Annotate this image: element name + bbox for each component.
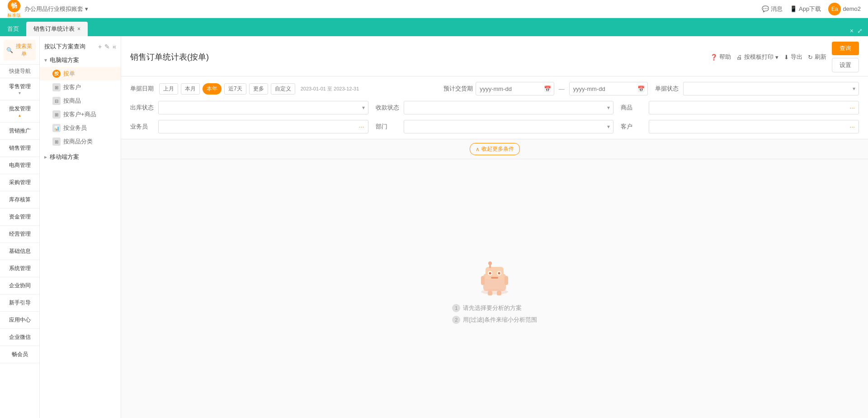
data-area: 1 请先选择要分析的方案 2 用[过滤]条件来缩小分析范围 [121, 159, 868, 418]
sidebar-item-ecommerce[interactable]: 电商管理 [0, 157, 39, 174]
sidebar-item-inventory[interactable]: 库存核算 [0, 191, 39, 209]
window-close-icon[interactable]: × [850, 27, 854, 34]
sidebar-item-label-operations: 经营管理 [9, 230, 31, 238]
plan-item-by-goods[interactable]: ⊟ 按商品 [40, 94, 121, 108]
avatar-text: Ea [831, 6, 838, 12]
collapse-panel-button[interactable]: « [113, 43, 116, 50]
workspace-selector[interactable]: 办公用品行业模拟账套 ▾ [24, 5, 88, 13]
sidebar-item-sales[interactable]: 销售管理 [0, 140, 39, 157]
sidebar-item-finance[interactable]: 资金管理 [0, 209, 39, 226]
sidebar-item-retail[interactable]: 零售管理 ▾ [0, 78, 39, 100]
tab-home[interactable]: 首页 [0, 22, 26, 36]
goods-more-button[interactable]: ··· [849, 104, 855, 111]
sidebar-item-label-system: 系统管理 [9, 265, 31, 272]
empty-state-icon [472, 253, 517, 299]
user-name: demo2 [843, 5, 861, 12]
expected-date-to-input[interactable]: 📅 [569, 82, 648, 95]
collapse-conditions-button[interactable]: ∧ 收起更多条件 [470, 143, 520, 155]
tab-home-label: 首页 [7, 25, 19, 33]
ship-status-select[interactable] [158, 101, 368, 114]
date-btn-this-year[interactable]: 本年 [203, 83, 222, 95]
left-panel-title: 按以下方案查询 [44, 43, 85, 51]
refresh-button[interactable]: ↻ 刷新 [808, 53, 826, 61]
department-select-wrapper [404, 120, 614, 133]
date-btn-7days[interactable]: 近7天 [224, 83, 246, 95]
filter-row-2: 出库状态 收款状态 [130, 101, 859, 114]
window-max-icon[interactable]: ⤢ [857, 27, 863, 34]
export-button[interactable]: ⬇ 导出 [784, 53, 802, 61]
calendar-from-icon: 📅 [541, 86, 554, 92]
filter-row-1: 单据日期 上月 本月 本年 近7天 更多 自定义 2023-01-01 至 20… [130, 82, 859, 95]
plan-item-by-customer-goods[interactable]: ⊞ 按客户+商品 [40, 108, 121, 121]
plan-item-by-customer[interactable]: ⊞ 按客户 [40, 81, 121, 94]
add-plan-button[interactable]: + [98, 43, 102, 50]
customer-more-button[interactable]: ··· [849, 123, 855, 130]
sidebar-item-cooperation[interactable]: 企业协同 [0, 277, 39, 294]
query-button[interactable]: 查询 [832, 42, 859, 55]
logo-area: 畅 标准版 [7, 0, 21, 19]
date-btn-custom[interactable]: 自定义 [271, 83, 295, 95]
expected-date-from-field[interactable] [476, 86, 541, 92]
user-profile[interactable]: Ea demo2 [828, 3, 861, 15]
mobile-plan-group-header[interactable]: ▸ 移动端方案 [40, 150, 121, 164]
shortcut-label: 快捷导航 [9, 67, 31, 75]
order-status-select[interactable] [683, 82, 859, 95]
sidebar-item-basic[interactable]: 基础信息 [0, 243, 39, 260]
tab-sales-order[interactable]: 销售订单统计表 × [26, 22, 88, 36]
plan-item-by-category[interactable]: ⊞ 按商品分类 [40, 135, 121, 148]
page-actions: ❓ 帮助 🖨 按模板打印 ▾ ⬇ 导出 ↻ 刷新 [710, 42, 859, 72]
export-icon: ⬇ [784, 54, 789, 61]
sidebar-item-operations[interactable]: 经营管理 [0, 226, 39, 243]
expected-date-from-input[interactable]: 📅 [476, 82, 554, 95]
empty-hint-2: 2 用[过滤]条件来缩小分析范围 [452, 316, 537, 324]
plan-item-by-order[interactable]: 按 按单 [40, 67, 121, 81]
sidebar-shortcut[interactable]: 快捷导航 [0, 65, 39, 78]
expected-date-to-field[interactable] [570, 86, 635, 92]
main-layout: 🔍 搜索菜单 快捷导航 零售管理 ▾ 批发管理 ▴ 营销推广 销售管理 电商管理… [0, 36, 868, 418]
sidebar-item-member[interactable]: 畅会员 [0, 346, 39, 363]
payment-status-select[interactable] [404, 101, 614, 114]
search-menu-button[interactable]: 🔍 搜索菜单 [4, 40, 36, 61]
sidebar-item-appstore[interactable]: 应用中心 [0, 312, 39, 329]
date-btn-this-month[interactable]: 本月 [181, 83, 200, 95]
date-btn-more[interactable]: 更多 [249, 83, 268, 95]
salesperson-more-button[interactable]: ··· [359, 123, 364, 130]
svg-rect-10 [488, 291, 492, 295]
workspace-arrow-icon: ▾ [85, 5, 88, 12]
main-content: 销售订单统计表(按单) ❓ 帮助 🖨 按模板打印 ▾ ⬇ 导出 [121, 36, 868, 418]
date-btn-last-month[interactable]: 上月 [159, 83, 178, 95]
tab-close-icon[interactable]: × [77, 26, 80, 32]
setting-button[interactable]: 设置 [832, 58, 859, 72]
department-select[interactable] [404, 120, 614, 133]
department-label: 部门 [376, 123, 401, 131]
empty-state: 1 请先选择要分析的方案 2 用[过滤]条件来缩小分析范围 [452, 253, 537, 324]
sidebar-item-newbie[interactable]: 新手引导 [0, 294, 39, 312]
help-label: 帮助 [719, 53, 731, 61]
svg-rect-12 [489, 265, 491, 268]
nav-tab-right: × ⤢ [850, 27, 868, 36]
logo-text: 标准版 [7, 12, 21, 19]
sidebar-item-system[interactable]: 系统管理 [0, 260, 39, 277]
sidebar-item-wholesale[interactable]: 批发管理 ▴ [0, 100, 39, 123]
sidebar-item-wechat[interactable]: 企业微信 [0, 329, 39, 346]
left-panel-header: 按以下方案查询 + ✎ « [40, 40, 121, 53]
sidebar-item-label-retail: 零售管理 [9, 83, 31, 90]
pc-group-label: 电脑端方案 [50, 56, 79, 64]
sidebar-item-label-purchase: 采购管理 [9, 179, 31, 186]
collapse-bar: ∧ 收起更多条件 [121, 139, 868, 159]
sidebar-item-label-basic: 基础信息 [9, 247, 31, 255]
help-button[interactable]: ❓ 帮助 [710, 53, 731, 61]
plan-item-by-salesperson[interactable]: 📊 按业务员 [40, 121, 121, 135]
pc-plan-group: ▾ 电脑端方案 按 按单 ⊞ 按客户 ⊟ 按商品 ⊞ 按客户+商品 [40, 53, 121, 148]
message-button[interactable]: 💬 消息 [762, 5, 783, 13]
app-download-label: App下载 [799, 5, 821, 13]
pc-plan-group-header[interactable]: ▾ 电脑端方案 [40, 53, 121, 67]
print-button[interactable]: 🖨 按模板打印 ▾ [736, 53, 778, 61]
svg-rect-8 [481, 276, 485, 285]
sidebar-item-marketing[interactable]: 营销推广 [0, 123, 39, 140]
date-separator: — [557, 86, 566, 92]
app-download-button[interactable]: 📱 App下载 [790, 5, 821, 13]
sidebar-item-label-finance: 资金管理 [9, 213, 31, 221]
sidebar-item-purchase[interactable]: 采购管理 [0, 174, 39, 191]
message-icon: 💬 [762, 5, 769, 12]
